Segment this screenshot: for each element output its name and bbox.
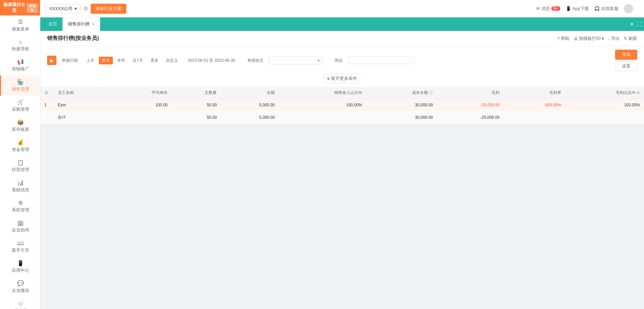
status-select[interactable] [269,56,323,64]
sidebar-item-search[interactable]: ☰ 搜索菜单 [0,15,40,36]
sidebar-item-purchase[interactable]: 🛒 采购管理 [0,96,40,116]
th-gross: 毛利 [437,87,504,99]
th-qty: 主数量 [172,87,221,99]
print-label: 按模板打印 [579,36,601,42]
avatar[interactable] [624,4,633,13]
content: 销售排行榜(按业务员) ? 帮助 🖨 按模板打印 ▾ ↓ 导出 ↻ 刷新 [40,31,644,309]
sidebar-item-sales[interactable]: 🏪 销售管理 [0,75,40,96]
sidebar-item-member[interactable]: ◇ 畅会员 [0,297,40,309]
main-area: XXXXX公司 ▾ ⚙ 体验行业方案 ✉ 消息 99+ 📱 App下载 🎧 在线… [40,0,644,309]
td-gross-ratio: 100.00% [565,99,644,111]
footer-row: 合计 50.00 5,000.00 30,000.00 -25,000.00 [40,111,644,124]
sidebar-item-label: 企业协同 [12,227,29,233]
sidebar-item-operations[interactable]: 📋 经营管理 [0,156,40,176]
date-tab-more[interactable]: 更多 [147,57,162,64]
industry-btn[interactable]: 体验行业方案 [91,4,126,14]
tab-sales-rank[interactable]: 销售排行榜 ✕ [62,17,100,31]
date-filter-label: 单据日期 [62,58,78,63]
sidebar-item-label: 销售管理 [12,86,29,92]
message-badge: 99+ [551,6,560,11]
marketing-icon: 📢 [17,59,24,65]
inventory-icon: 📦 [17,119,24,125]
date-tab-thisyear[interactable]: 本年 [114,57,128,64]
td-avg-price: 100.00 [113,99,172,111]
sidebar-item-quicknav[interactable]: ⌂ 快捷导航 [0,36,40,55]
td-rank: 1 [40,99,54,111]
filter-expand-arrow[interactable]: ▶ [47,56,56,65]
expand-row: ▾ 展开更多条件 [47,74,637,83]
help-icon: ? [557,36,559,41]
ops-icon: 📋 [17,159,24,166]
settings-button[interactable]: 设置 [615,61,637,71]
sidebar-item-finance[interactable]: 💰 资金管理 [0,136,40,156]
cost-info-icon: ⓘ [429,91,433,95]
filter-section: ▶ 单据日期 上月 本月 本年 近7天 更多 自定义 2023-06-01 至 … [40,46,644,87]
tab-expand-icon[interactable]: ⛶ [637,21,641,27]
date-tab-7days[interactable]: 近7天 [130,57,146,64]
goods-filter-label: 商品 [335,58,343,63]
date-tab-lastmonth[interactable]: 上月 [83,57,97,64]
logo-tag: 标准版 [27,3,38,13]
date-tab-custom[interactable]: 自定义 [163,57,181,64]
app-download-item[interactable]: 📱 App下载 [566,6,589,12]
footer-gross-ratio [565,111,644,124]
topbar: XXXXX公司 ▾ ⚙ 体验行业方案 ✉ 消息 99+ 📱 App下载 🎧 在线… [40,0,644,17]
sidebar-item-system[interactable]: ⚙ 系统管理 [0,196,40,216]
th-gross-rate: 毛利率 [504,87,565,99]
gross-ratio-info-icon: ⚙ [637,91,640,95]
topbar-settings-icon[interactable]: ⚙ [83,5,88,12]
page-header: 销售排行榜(按业务员) ? 帮助 🖨 按模板打印 ▾ ↓ 导出 ↻ 刷新 [40,31,644,46]
expand-more-btn[interactable]: ▾ 展开更多条件 [324,74,360,83]
th-gear[interactable]: ⚙ [40,87,54,99]
sidebar-item-label: 企业微信 [12,288,29,294]
refresh-action[interactable]: ↻ 刷新 [624,36,637,42]
sidebar-item-label: 资金管理 [12,147,29,153]
export-label: 导出 [611,36,620,42]
footer-qty: 50.00 [172,111,221,124]
export-action[interactable]: ↓ 导出 [608,36,620,42]
filter-right-actions: 查询 设置 [615,50,637,71]
logo-text: 畅康通好生意 [2,2,27,13]
tab-close-icon[interactable]: ✕ [92,22,95,27]
tabbar-actions: ✕ ⛶ [630,21,641,27]
online-service-item[interactable]: 🎧 在线客服 [594,6,618,12]
td-gross-rate: -500.00% [504,99,565,111]
sidebar-item-label: 库存核算 [12,126,29,133]
print-action[interactable]: 🖨 按模板打印 ▾ [573,36,604,42]
tab-home[interactable]: 首页 [43,17,62,31]
sidebar-item-inventory[interactable]: 📦 库存核算 [0,116,40,136]
sidebar-item-basic[interactable]: 📊 基础信息 [0,176,40,196]
topbar-right: ✉ 消息 99+ 📱 App下载 🎧 在线客服 [536,4,639,13]
table-header-row: ⚙ 员工名称 平均单价 主数量 全额 销售收入占比% 成本全额 ⓘ 毛利 毛利率… [40,87,644,99]
footer-label: 合计 [54,111,113,124]
sidebar-item-label: 搜索菜单 [12,26,29,32]
date-tab-thismonth[interactable]: 本月 [99,57,113,64]
td-cost: 30,000.00 [366,99,437,111]
sidebar-item-enterprise[interactable]: 🏢 企业协同 [0,216,40,237]
goods-more-icon[interactable]: ... [409,58,412,63]
print-chevron-icon: ▾ [602,36,604,41]
goods-input[interactable] [351,58,407,63]
search-icon: ☰ [18,19,23,25]
sidebar-item-app[interactable]: 📱 应用中心 [0,257,40,277]
company-selector[interactable]: XXXXX公司 ▾ [46,4,81,13]
gear-icon[interactable]: ⚙ [44,90,48,95]
page-actions: ? 帮助 🖨 按模板打印 ▾ ↓ 导出 ↻ 刷新 [557,36,637,42]
headset-icon: 🎧 [594,6,600,11]
sidebar-item-guide[interactable]: 📖 新手引导 [0,237,40,257]
member-icon: ◇ [18,300,23,307]
help-action[interactable]: ? 帮助 [557,36,569,42]
sidebar-item-label: 营销推广 [12,66,29,72]
footer-cost: 30,000.00 [366,111,437,124]
query-button[interactable]: 查询 [615,50,637,60]
chevron-down-icon: ▾ [327,76,330,81]
td-gross: -25,000.00 [437,99,504,111]
footer-sales-ratio [279,111,366,124]
finance-icon: 💰 [17,139,24,146]
print-icon: 🖨 [573,36,578,41]
sidebar-item-marketing[interactable]: 📢 营销推广 [0,55,40,75]
message-item[interactable]: ✉ 消息 99+ [536,6,560,12]
tab-close-all-icon[interactable]: ✕ [630,21,634,27]
sidebar-item-wechat[interactable]: 💬 企业微信 [0,277,40,297]
enterprise-icon: 🏢 [17,220,24,226]
